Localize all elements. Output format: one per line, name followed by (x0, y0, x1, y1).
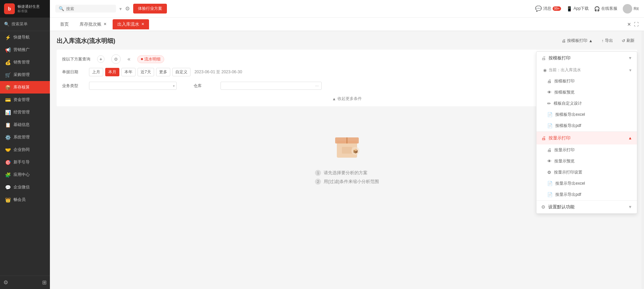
default-section-title: 设置默认功能 (548, 204, 575, 210)
user-menu[interactable]: Rit (623, 4, 639, 14)
template-preview-item[interactable]: 👁 按模板预览 (536, 87, 637, 98)
display-export-pdf-item[interactable]: 📄 按显示导出pdf (536, 189, 637, 200)
sidebar-item-label: 经营管理 (13, 109, 30, 115)
search-icon: 🔍 (59, 6, 64, 11)
tabs-bar: 首页 库存批次账 ✕ 出入库流水 ✕ ✕ ⛶ (50, 18, 644, 31)
sidebar-item-system[interactable]: ⚙️ 系统管理 (0, 131, 50, 143)
warehouse-more-icon[interactable]: ··· (315, 83, 319, 88)
sidebar-item-apps[interactable]: 🧩 应用中心 (0, 168, 50, 181)
app-name: 畅捷通好生意 (18, 4, 40, 9)
svg-rect-3 (342, 147, 352, 154)
apps-icon: 🧩 (5, 172, 11, 178)
export-icon: ↑ (602, 38, 604, 43)
topbar-left: 🔍 ▾ ⚙ 体验行业方案 (55, 4, 167, 14)
print-dropdown: 🖨 按模板打印 ▼ ◉ 当前：出入库流水 ▼ 🖨 按模板打印 (536, 51, 637, 214)
sidebar-item-label: 新手引导 (13, 159, 30, 165)
industry-btn[interactable]: 体验行业方案 (133, 4, 167, 14)
empty-tip-2: 2 用[过滤]条件来缩小分析范围 (315, 179, 379, 185)
date-this-year-btn[interactable]: 本年 (121, 68, 136, 76)
display-section: 🖨 按显示打印 ▲ 🖨 按显示打印 👁 按显示预览 ⚙ 按显示打印设置 (536, 132, 637, 201)
tip-num-1: 1 (315, 170, 321, 176)
sidebar-item-finance[interactable]: 💳 资金管理 (0, 94, 50, 106)
template-print-label: 按模板打印 (554, 78, 575, 84)
message-btn[interactable]: 💬 消息 99+ (535, 5, 561, 12)
sidebar-settings-icon[interactable]: ⚙ (3, 279, 8, 286)
username-label: Rit (634, 6, 639, 11)
message-label: 消息 (543, 6, 551, 11)
template-export-excel-item[interactable]: 📄 按模板导出excel (536, 109, 637, 120)
date-more-btn[interactable]: 更多 (156, 68, 170, 76)
topbar-dropdown-icon[interactable]: ▾ (119, 6, 122, 11)
tabs-maximize-btn[interactable]: ⛶ (634, 22, 639, 27)
main-area: 🔍 ▾ ⚙ 体验行业方案 💬 消息 99+ 📱 App下载 🎧 在线客服 (50, 0, 644, 289)
search-icon: 🔍 (4, 22, 9, 27)
date-custom-btn[interactable]: 自定义 (172, 68, 191, 76)
sidebar-item-member[interactable]: 👑 畅会员 (0, 193, 50, 206)
collapse-more-btn[interactable]: ▲ 收起更多条件 (332, 96, 362, 102)
display-section-header[interactable]: 🖨 按显示打印 ▲ (536, 132, 637, 144)
default-chevron-icon: ▼ (628, 205, 632, 209)
filter-settings-btn[interactable]: ⚙ (111, 54, 121, 64)
date-last-month-btn[interactable]: 上月 (89, 68, 103, 76)
sidebar-item-label: 资金管理 (13, 97, 30, 103)
sidebar-item-quick[interactable]: ⚡ 快捷导航 (0, 31, 50, 44)
empty-icon: 📦 (330, 131, 364, 164)
template-print-item[interactable]: 🖨 按模板打印 (536, 76, 637, 87)
sidebar-item-basic[interactable]: 📋 基础信息 (0, 119, 50, 131)
topbar-gear-icon[interactable]: ⚙ (125, 5, 130, 12)
sidebar-item-marketing[interactable]: 📢 营销推广 (0, 44, 50, 56)
refresh-btn[interactable]: ↺ 刷新 (619, 36, 637, 45)
operations-icon: 📊 (5, 110, 11, 115)
template-export-excel-label: 按模板导出excel (555, 112, 585, 117)
filter-add-btn[interactable]: + (97, 55, 105, 63)
sidebar-item-label: 采购管理 (13, 72, 30, 78)
filter-collapse-left-icon[interactable]: « (127, 56, 130, 62)
sidebar-item-purchase[interactable]: 🛒 采购管理 (0, 69, 50, 81)
sidebar-item-inventory[interactable]: 📦 库存核算 (0, 81, 50, 94)
tab-batch[interactable]: 库存批次账 ✕ (75, 19, 111, 29)
date-this-month-btn[interactable]: 本月 (105, 68, 119, 76)
template-export-pdf-item[interactable]: 📄 按模板导出pdf (536, 120, 637, 131)
search-input[interactable] (66, 6, 107, 11)
sidebar-item-label: 快捷导航 (13, 34, 30, 40)
date-7days-btn[interactable]: 近7天 (138, 68, 154, 76)
business-type-label: 业务类型 (62, 83, 82, 89)
tab-flow[interactable]: 出入库流水 ✕ (113, 19, 149, 29)
message-icon: 💬 (535, 5, 542, 12)
purchase-icon: 🛒 (5, 72, 11, 78)
flow-detail-tag[interactable]: 流水明细 (137, 55, 164, 63)
sidebar-item-collab[interactable]: 🤝 企业协同 (0, 143, 50, 156)
current-template-label: 当前：出入库流水 (549, 67, 581, 73)
online-service-btn[interactable]: 🎧 在线客服 (594, 6, 617, 11)
display-export-excel-item[interactable]: 📄 按显示导出excel (536, 178, 637, 189)
export-btn[interactable]: ↑ 导出 (599, 36, 616, 45)
print-template-btn[interactable]: 🖨 按模板打印 ▲ (559, 36, 595, 45)
sidebar-item-wechat[interactable]: 💬 企业微信 (0, 181, 50, 193)
sidebar-collapse-icon[interactable]: ⊞ (42, 279, 47, 286)
sidebar-search-btn[interactable]: 🔍 搜索菜单 (0, 20, 50, 29)
default-section-header[interactable]: ⚙ 设置默认功能 ▼ (536, 201, 637, 213)
sidebar-item-newbie[interactable]: 🎯 新手引导 (0, 156, 50, 168)
tab-home[interactable]: 首页 (55, 19, 74, 29)
business-type-select[interactable] (89, 82, 177, 90)
sidebar-item-label: 企业微信 (13, 184, 30, 190)
scrollbar[interactable] (641, 31, 644, 289)
sidebar-item-operations[interactable]: 📊 经营管理 (0, 106, 50, 119)
display-settings-icon: ⚙ (547, 170, 551, 175)
sidebar-item-sales[interactable]: 💰 销售管理 (0, 56, 50, 69)
app-download-btn[interactable]: 📱 App下载 (566, 6, 589, 11)
display-preview-item[interactable]: 👁 按显示预览 (536, 156, 637, 167)
display-settings-item[interactable]: ⚙ 按显示打印设置 (536, 167, 637, 178)
printer-icon: 🖨 (541, 55, 546, 61)
template-section-header[interactable]: 🖨 按模板打印 ▼ (536, 52, 637, 64)
sidebar-item-label: 营销推广 (13, 47, 30, 53)
display-print-item[interactable]: 🖨 按显示打印 (536, 144, 637, 156)
sidebar-item-label: 销售管理 (13, 59, 30, 65)
app-logo-icon: b (4, 3, 15, 14)
template-custom-item[interactable]: ✏ 模板自定义设计 (536, 98, 637, 109)
sidebar-item-label: 基础信息 (13, 122, 30, 128)
tab-batch-close[interactable]: ✕ (104, 22, 107, 26)
tab-flow-close[interactable]: ✕ (141, 22, 144, 26)
tabs-close-all-btn[interactable]: ✕ (627, 22, 631, 27)
warehouse-input[interactable] (224, 83, 315, 88)
